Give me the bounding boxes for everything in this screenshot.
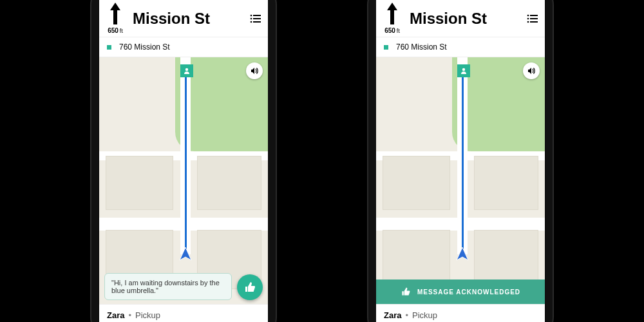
destination-address: 760 Mission St xyxy=(119,43,170,52)
nav-header: 650 ft Mission St xyxy=(99,0,268,37)
nav-street-name: Mission St xyxy=(133,10,245,28)
svg-point-13 xyxy=(462,68,465,71)
route-line xyxy=(184,72,187,254)
steps-list-icon[interactable] xyxy=(250,14,261,23)
svg-point-9 xyxy=(527,17,529,19)
turn-straight-arrow-icon xyxy=(109,3,122,27)
voice-guidance-button[interactable] xyxy=(246,62,263,79)
svg-rect-12 xyxy=(530,21,538,23)
svg-rect-1 xyxy=(253,15,261,16)
ack-banner-label: MESSAGE ACKNOWLEDGED xyxy=(417,289,520,296)
svg-rect-8 xyxy=(530,15,538,16)
trip-type: Pickup xyxy=(135,310,160,320)
rider-name: Zara xyxy=(107,310,124,320)
destination-dot-icon xyxy=(384,45,388,50)
nav-distance: 650 xyxy=(108,27,118,34)
svg-rect-3 xyxy=(253,18,261,19)
voice-guidance-button[interactable] xyxy=(523,62,540,79)
trip-type: Pickup xyxy=(412,310,437,320)
phone-frame: 9:23 PM 100% 650 ft Mission St xyxy=(367,0,554,322)
phone-screen: 9:23 PM 100% 650 ft Mission St xyxy=(99,0,268,322)
turn-straight-arrow-icon xyxy=(386,3,399,27)
nav-street-name: Mission St xyxy=(410,10,522,28)
nav-distance: 650 xyxy=(384,27,395,34)
map-view[interactable]: MESSAGE ACKNOWLEDGED xyxy=(376,57,545,304)
trip-footer[interactable]: Zara • Pickup xyxy=(376,304,545,322)
pickup-pin-icon xyxy=(457,64,470,77)
nav-distance-unit: ft xyxy=(120,28,123,34)
rider-message-bubble[interactable]: "Hi, I am waiting downstairs by the blue… xyxy=(104,273,232,300)
steps-list-icon[interactable] xyxy=(527,14,538,23)
footer-separator: • xyxy=(128,310,131,320)
vehicle-arrow-icon xyxy=(456,247,469,261)
vehicle-arrow-icon xyxy=(179,247,192,261)
destination-dot-icon xyxy=(107,45,111,50)
svg-point-0 xyxy=(251,14,252,16)
svg-point-4 xyxy=(251,21,252,23)
message-acknowledged-banner: MESSAGE ACKNOWLEDGED xyxy=(376,279,545,304)
svg-point-7 xyxy=(527,14,529,16)
route-line xyxy=(461,72,464,254)
rider-message-text: "Hi, I am waiting downstairs by the blue… xyxy=(111,279,220,294)
rider-name: Zara xyxy=(384,310,401,320)
destination-row[interactable]: 760 Mission St xyxy=(376,37,545,57)
footer-separator: • xyxy=(405,310,408,320)
svg-point-2 xyxy=(251,17,252,19)
svg-point-6 xyxy=(185,68,188,71)
svg-point-11 xyxy=(527,21,529,23)
phone-screen: 9:23 PM 100% 650 ft Mission St xyxy=(376,0,545,322)
svg-rect-10 xyxy=(530,18,538,19)
nav-header: 650 ft Mission St xyxy=(376,0,545,37)
pickup-pin-icon xyxy=(180,64,193,77)
phone-frame: 9:23 PM 100% 650 ft Mission St xyxy=(90,0,277,322)
destination-row[interactable]: 760 Mission St xyxy=(99,37,268,57)
map-view[interactable]: "Hi, I am waiting downstairs by the blue… xyxy=(99,57,268,304)
svg-rect-5 xyxy=(253,21,261,23)
acknowledge-button[interactable] xyxy=(237,274,263,300)
trip-footer[interactable]: Zara • Pickup xyxy=(99,304,268,322)
nav-distance-unit: ft xyxy=(397,28,400,34)
destination-address: 760 Mission St xyxy=(396,43,447,52)
